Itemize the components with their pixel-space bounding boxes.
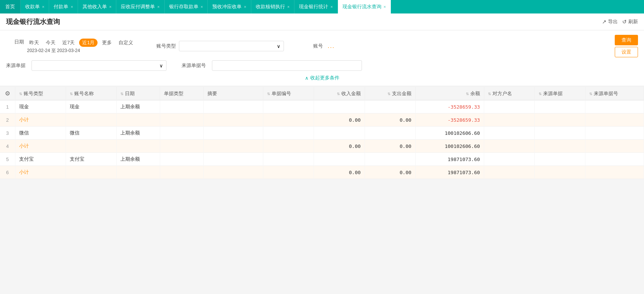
nav-tab-其他收入单[interactable]: 其他收入单×	[78, 0, 116, 13]
cell-date: 上期余额	[116, 100, 160, 113]
collapse-icon: ∧	[305, 75, 309, 81]
date-filter-section: 日期 昨天今天近7天近1月更多自定义 2023-02-24 至 2023-03-…	[6, 39, 135, 54]
cell-account-type: 支付宝	[15, 153, 66, 166]
refresh-icon: ↺	[622, 19, 627, 25]
date-option-近1月[interactable]: 近1月	[79, 39, 98, 47]
date-options-group: 昨天今天近7天近1月更多自定义 2023-02-24 至 2023-03-24	[27, 39, 135, 54]
cell-source-doc	[534, 100, 585, 113]
nav-tab-付款单[interactable]: 付款单×	[49, 0, 78, 13]
cell-date	[116, 113, 160, 127]
table-row[interactable]: 6小计0.000.0019871073.60	[0, 166, 644, 179]
nav-tab-收款核销执行[interactable]: 收款核销执行×	[251, 0, 294, 13]
cell-account-name	[66, 113, 116, 127]
nav-tab-close[interactable]: ×	[330, 4, 333, 9]
cell-doc-no	[263, 153, 314, 166]
table-row[interactable]: 4小计0.000.00100102606.60	[0, 140, 644, 153]
cell-account-type: 微信	[15, 127, 66, 140]
cell-account-type: 现金	[15, 100, 66, 113]
filter-row-1: 日期 昨天今天近7天近1月更多自定义 2023-02-24 至 2023-03-…	[6, 35, 638, 57]
cell-income: 0.00	[314, 140, 365, 153]
table-gear-icon[interactable]: ⚙	[5, 90, 10, 97]
th-balance[interactable]: ⇅余额	[415, 87, 484, 100]
page-header: 现金银行流水查询 ↗ 导出 ↺ 刷新	[0, 13, 644, 30]
th-source-doc-no[interactable]: ⇅来源单据号	[585, 87, 644, 100]
date-option-近7天[interactable]: 近7天	[60, 39, 77, 47]
nav-tab-close[interactable]: ×	[109, 4, 111, 9]
nav-tab-现金银行统计[interactable]: 现金银行统计×	[294, 0, 338, 13]
cell-source-doc-no	[585, 166, 644, 179]
nav-tab-银行存取款单[interactable]: 银行存取款单×	[165, 0, 208, 13]
query-button[interactable]: 查询	[615, 35, 638, 45]
nav-tab-close[interactable]: ×	[244, 4, 246, 9]
nav-home-label: 首页	[5, 3, 15, 10]
table-row[interactable]: 2小计0.000.00-3528659.33	[0, 113, 644, 127]
account-type-input[interactable]: ∨	[179, 41, 284, 51]
th-date[interactable]: ⇅日期	[116, 87, 160, 100]
cell-balance: 100102606.60	[415, 127, 484, 140]
cell-doc-type	[160, 127, 204, 140]
sort-arrows: ⇅	[539, 92, 542, 96]
th-doc-no[interactable]: ⇅单据编号	[263, 87, 314, 100]
date-option-今天[interactable]: 今天	[44, 39, 58, 47]
cell-account-name: 微信	[66, 127, 116, 140]
cell-account-type: 小计	[15, 166, 66, 179]
top-nav: 首页 收款单×付款单×其他收入单×应收应付调整单×银行存取款单×预收冲应收单×收…	[0, 0, 644, 13]
sort-arrows: ⇅	[70, 92, 73, 96]
th-account-name[interactable]: ⇅账号名称	[66, 87, 116, 100]
collapse-bar[interactable]: ∧ 收起更多条件	[6, 73, 638, 83]
date-option-昨天[interactable]: 昨天	[27, 39, 41, 47]
cell-account-name	[66, 140, 116, 153]
th-income[interactable]: ⇅收入金额	[314, 87, 365, 100]
cell-summary	[204, 153, 263, 166]
table-settings-col[interactable]: ⚙	[0, 87, 15, 100]
nav-tab-close[interactable]: ×	[71, 4, 73, 9]
cell-source-doc	[534, 127, 585, 140]
th-expense[interactable]: ⇅支出金额	[365, 87, 415, 100]
date-label: 日期	[6, 39, 24, 45]
nav-tab-close[interactable]: ×	[42, 4, 44, 9]
sort-arrows: ⇅	[387, 92, 390, 96]
nav-tab-close[interactable]: ×	[157, 4, 159, 9]
cell-doc-type	[160, 100, 204, 113]
account-type-group: 账号类型 ∨	[156, 41, 284, 51]
table-row[interactable]: 1现金现金上期余额-3528659.33	[0, 100, 644, 113]
cell-source-doc	[534, 153, 585, 166]
cell-doc-no	[263, 100, 314, 113]
cell-balance: 19871073.60	[415, 166, 484, 179]
cell-doc-no	[263, 113, 314, 127]
nav-tab-close[interactable]: ×	[201, 4, 203, 9]
settings-button[interactable]: 设置	[615, 47, 638, 57]
table-row[interactable]: 5支付宝支付宝上期余额19871073.60	[0, 153, 644, 166]
cell-account-name: 支付宝	[66, 153, 116, 166]
refresh-button[interactable]: ↺ 刷新	[622, 18, 638, 25]
nav-tab-现金银行流水查询[interactable]: 现金银行流水查询×	[338, 0, 391, 13]
cell-counterpart	[484, 153, 534, 166]
cell-summary	[204, 140, 263, 153]
cell-summary	[204, 127, 263, 140]
cell-balance: -3528659.33	[415, 100, 484, 113]
table-row[interactable]: 3微信微信上期余额100102606.60	[0, 127, 644, 140]
cell-source-doc-no	[585, 113, 644, 127]
source-doc-no-input[interactable]	[212, 60, 362, 71]
date-option-更多[interactable]: 更多	[100, 39, 114, 47]
th-source-doc[interactable]: ⇅来源单据	[534, 87, 585, 100]
cell-doc-no	[263, 127, 314, 140]
account-no-dots[interactable]: ...	[326, 42, 336, 50]
export-label: 导出	[608, 18, 618, 25]
export-button[interactable]: ↗ 导出	[602, 18, 618, 25]
filter-row-2: 来源单据 ∨ 来源单据号	[6, 60, 638, 71]
source-doc-input[interactable]: ∨	[32, 60, 167, 71]
nav-tab-预收冲应收单[interactable]: 预收冲应收单×	[208, 0, 251, 13]
account-no-label: 账号	[305, 43, 323, 49]
account-no-group: 账号 ...	[305, 42, 336, 50]
cell-summary	[204, 113, 263, 127]
nav-tab-close[interactable]: ×	[384, 4, 386, 9]
nav-home[interactable]: 首页	[0, 0, 21, 13]
th-account-type[interactable]: ⇅账号类型	[15, 87, 66, 100]
nav-tab-应收应付调整单[interactable]: 应收应付调整单×	[116, 0, 164, 13]
th-counterpart[interactable]: ⇅对方户名	[484, 87, 534, 100]
nav-tab-收款单[interactable]: 收款单×	[21, 0, 49, 13]
sort-arrows: ⇅	[589, 92, 592, 96]
nav-tab-close[interactable]: ×	[287, 4, 290, 9]
date-option-自定义[interactable]: 自定义	[116, 39, 135, 47]
